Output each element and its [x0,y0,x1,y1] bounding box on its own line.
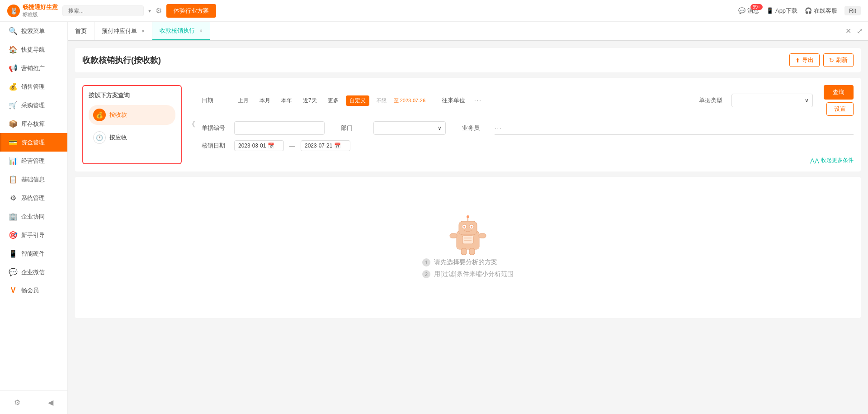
message-button[interactable]: 💬 消息 99+ [738,7,759,15]
industry-solution-button[interactable]: 体验行业方案 [166,4,216,18]
date-btn-custom[interactable]: 自定义 [346,95,369,106]
sidebar-collapse-icon[interactable]: ◀ [45,395,56,409]
tab-receipt-writeoff[interactable]: 收款核销执行 × [152,22,210,40]
empty-tip-2: 2 用[过滤]条件来缩小分析范围 [422,270,514,278]
marketing-icon: 📢 [9,64,18,72]
writeoff-start-date-input[interactable]: 2023-03-01 📅 [234,140,284,151]
topbar-left: 🐰 畅捷通好生意 标准版 ▾ ⚙ 体验行业方案 [7,3,738,18]
sidebar-item-inventory[interactable]: 📦 库存核算 [0,114,67,133]
sidebar-item-purchase[interactable]: 🛒 采购管理 [0,96,67,114]
app-name: 畅捷通好生意 [23,3,58,11]
sidebar-bottom: ⚙ ◀ [0,390,67,414]
query-button[interactable]: 查询 [824,85,854,100]
page-header-actions: ⬆ 导出 ↻ 刷新 [789,53,854,67]
tab-prepay[interactable]: 预付冲应付单 × [94,22,152,40]
app-download-button[interactable]: 📱 App下载 [766,7,797,15]
bill-no-label: 单据编号 [202,124,229,132]
svg-point-5 [471,226,472,228]
topbar-search-input[interactable] [62,5,144,16]
svg-rect-9 [479,233,486,238]
tab-receipt-writeoff-close-icon[interactable]: × [199,28,203,34]
sidebar-item-label: 畅会员 [21,286,39,295]
calendar-end-icon: 📅 [334,143,341,149]
member-icon: V [9,286,18,295]
collapse-more-button[interactable]: ⋀⋀ 收起更多条件 [202,157,854,164]
export-icon: ⬆ [795,57,800,64]
refresh-icon: ↻ [829,57,834,64]
bill-type-label: 单据类型 [699,96,726,105]
writeoff-date-label: 核销日期 [202,142,229,150]
bill-no-input[interactable] [234,121,325,135]
sidebar-item-member[interactable]: V 畅会员 [0,281,67,300]
topbar-gear-icon[interactable]: ⚙ [156,6,162,15]
tip-2-text: 用[过滤]条件来缩小分析范围 [434,270,514,278]
date-btn-more[interactable]: 更多 [324,95,342,106]
content-area: 首页 预付冲应付单 × 收款核销执行 × ✕ ⤢ 收款核销执行(按收款) [68,22,868,414]
counterpart-field[interactable]: ··· [474,94,683,107]
app-download-icon: 📱 [766,7,774,14]
salesperson-label: 业务员 [462,124,489,132]
salesperson-field[interactable]: ··· [495,121,854,135]
date-btn-7days[interactable]: 近7天 [299,95,321,106]
filter-sidebar-collapse-button[interactable]: 《 [187,85,196,164]
sidebar-item-label: 经营管理 [21,157,45,165]
tab-home[interactable]: 首页 [68,22,94,40]
page-title: 收款核销执行(按收款) [82,55,161,66]
sidebar: 🔍 搜索菜单 🏠 快捷导航 📢 营销推广 💰 销售管理 🛒 采购管理 📦 库存核… [0,22,68,414]
enterprise-icon: 🏢 [9,212,18,221]
date-btn-last-month[interactable]: 上月 [234,95,252,106]
writeoff-start-date-value: 2023-03-01 [238,143,266,149]
sidebar-item-marketing[interactable]: 📢 营销推广 [0,59,67,77]
sidebar-item-label: 销售管理 [21,83,45,91]
collapse-more-label: 收起更多条件 [821,157,854,164]
sidebar-item-system[interactable]: ⚙ 系统管理 [0,189,67,207]
sidebar-item-quick-nav[interactable]: 🏠 快捷导航 [0,40,67,59]
tab-close-all-icon[interactable]: ✕ [844,25,853,37]
purchase-icon: 🛒 [9,101,18,109]
sidebar-item-label: 基础信息 [21,176,45,184]
sidebar-item-enterprise[interactable]: 🏢 企业协同 [0,207,67,226]
user-profile-button[interactable]: Rit [844,6,861,15]
tab-expand-icon[interactable]: ⤢ [855,25,864,37]
sidebar-item-hardware[interactable]: 📱 智能硬件 [0,244,67,263]
sidebar-item-label: 新手引导 [21,231,45,239]
tip-1-number: 1 [422,258,430,266]
sidebar-settings-icon[interactable]: ⚙ [11,395,23,409]
date-btn-this-year[interactable]: 本年 [278,95,296,106]
writeoff-end-date-input[interactable]: 2023-07-21 📅 [301,140,350,151]
page-content: 收款核销执行(按收款) ⬆ 导出 ↻ 刷新 按以下方案查询 [68,41,868,414]
sidebar-item-search-menu[interactable]: 🔍 搜索菜单 [0,22,67,40]
writeoff-end-date-value: 2023-07-21 [305,143,332,149]
department-select[interactable]: ∨ [373,121,446,135]
operations-icon: 📊 [9,157,18,165]
sidebar-item-wechat[interactable]: 💬 企业微信 [0,263,67,281]
salesperson-dots-icon: ··· [495,124,502,131]
date-btn-this-month[interactable]: 本月 [256,95,274,106]
sidebar-item-guide[interactable]: 🎯 新手引导 [0,226,67,244]
filter-option-by-receivable[interactable]: 🕐 按应收 [89,128,175,148]
date-field-label: 日期 [202,96,229,105]
sidebar-item-finance[interactable]: 💳 资金管理 [0,133,67,152]
topbar-search-chevron-icon[interactable]: ▾ [148,8,151,14]
date-to-label: 至 2023-07-26 [394,97,425,104]
bill-type-select[interactable]: ∨ [731,94,813,107]
calendar-icon: 📅 [268,143,274,149]
sidebar-item-sales[interactable]: 💰 销售管理 [0,77,67,96]
app-edition: 标准版 [23,11,58,18]
sidebar-item-basic-info[interactable]: 📋 基础信息 [0,170,67,189]
message-badge: 99+ [750,4,763,10]
refresh-button[interactable]: ↻ 刷新 [823,53,854,67]
sidebar-item-label: 营销推广 [21,64,45,72]
export-button[interactable]: ⬆ 导出 [789,53,820,67]
online-service-button[interactable]: 🎧 在线客服 [805,7,837,15]
filter-option-by-receipt[interactable]: 💰 按收款 [89,105,175,125]
settings-button[interactable]: 设置 [826,102,854,116]
sidebar-item-label: 库存核算 [21,120,45,128]
logo-icon: 🐰 [7,5,20,17]
filter-row-date: 日期 上月 本月 本年 近7天 更多 自定义 不限 至 2023-07-26 往 [202,85,854,116]
system-icon: ⚙ [9,194,18,202]
tab-prepay-close-icon[interactable]: × [142,28,145,34]
collapse-icon: 《 [188,120,195,129]
sidebar-item-operations[interactable]: 📊 经营管理 [0,152,67,170]
tab-bar: 首页 预付冲应付单 × 收款核销执行 × ✕ ⤢ [68,22,868,41]
